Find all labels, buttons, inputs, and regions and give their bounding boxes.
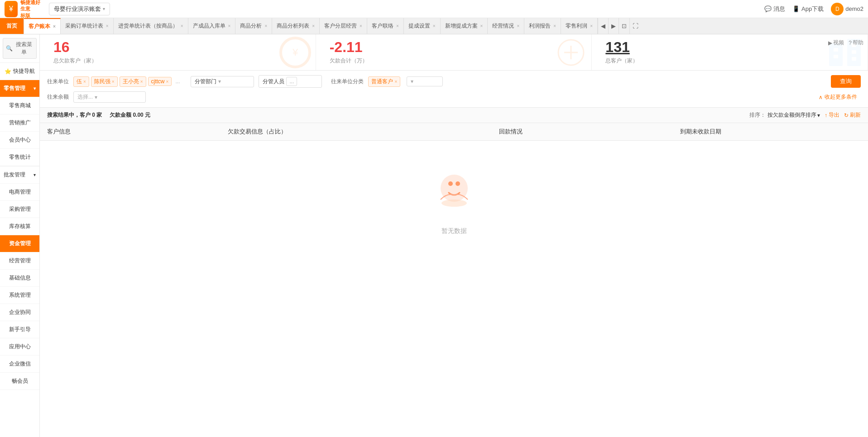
refresh-button[interactable]: ↻ 刷新 (844, 111, 861, 119)
dept-label: 分管部门 (195, 78, 216, 86)
tab-goods-analysis-close[interactable]: × (264, 24, 267, 28)
svg-point-15 (456, 181, 460, 186)
result-debt-unit: 元 (145, 112, 150, 118)
sidebar-item-enterprise-wechat[interactable]: 企业微信 (0, 356, 39, 373)
export-button[interactable]: ↑ 导出 (825, 111, 839, 119)
tab-new-raise-plan[interactable]: 新增提成方案 × (441, 18, 488, 34)
unit-type-chevron: ▾ (411, 78, 413, 85)
tab-retail-profit-close[interactable]: × (590, 24, 593, 28)
tab-purchase-order-label: 采购订单统计表 (65, 22, 103, 30)
tab-purchase-order[interactable]: 采购订单统计表 × (61, 18, 114, 34)
sidebar-item-vip[interactable]: 畅会员 (0, 373, 39, 390)
unit-tags-more[interactable]: ... (173, 77, 182, 86)
sidebar-item-retail-mall[interactable]: 零售商城 (0, 97, 39, 114)
refresh-label: 刷新 (850, 111, 861, 119)
app-download-button[interactable]: 📱 App下载 (792, 5, 824, 13)
balance-chevron: ▾ (95, 94, 97, 100)
result-text: 搜索结果中，客户 (47, 112, 91, 118)
unit-tag-chen-close[interactable]: × (112, 79, 115, 84)
unit-tag-wang: 王小亮 × (120, 76, 146, 87)
phone-icon: 📱 (792, 5, 800, 12)
unit-type-selector[interactable]: ▾ (407, 76, 443, 86)
unit-type-tag-normal-close[interactable]: × (394, 79, 397, 84)
tab-goods-analysis[interactable]: 商品分析 × (235, 18, 272, 34)
sidebar-item-batch-mgmt[interactable]: 批发管理 ▾ (0, 166, 39, 184)
sidebar-item-system[interactable]: 系统管理 (0, 287, 39, 304)
tab-raise-settings-close[interactable]: × (433, 24, 436, 28)
query-button[interactable]: 查询 (831, 75, 861, 88)
tab-profit-report[interactable]: 利润报告 × (524, 18, 561, 34)
sidebar-item-retail-mgmt[interactable]: 零售管理 ▾ (0, 80, 39, 97)
tab-new-raise-plan-label: 新增提成方案 (445, 22, 478, 30)
tab-customer-account[interactable]: 客户账本 × (24, 18, 61, 34)
tab-customer-contact-close[interactable]: × (396, 24, 399, 28)
tab-prev-button[interactable]: ◀ (598, 18, 608, 34)
table-col-debt-info: 欠款交易信息（占比） (228, 128, 499, 136)
unit-type-tags: 普通客户 × (368, 76, 400, 87)
tab-operations-close[interactable]: × (517, 24, 519, 28)
star-icon: ⭐ (5, 68, 11, 75)
tab-customer-segment[interactable]: 客户分层经营 × (320, 18, 367, 34)
table-header: 客户信息 欠款交易信息（占比） 回款情况 到期未收款日期 (40, 123, 868, 141)
sidebar-item-inventory[interactable]: 库存核算 (0, 218, 39, 235)
tab-production-in[interactable]: 产成品入库单 × (188, 18, 236, 34)
tab-raise-settings[interactable]: 提成设置 × (404, 18, 441, 34)
sidebar-item-marketing[interactable]: 营销推广 (0, 114, 39, 132)
workspace-selector[interactable]: 母婴行业演示账套 ▾ (49, 3, 110, 15)
search-menu-button[interactable]: 🔍 搜索菜单 (3, 38, 37, 59)
tab-fullscreen-button[interactable]: ⛶ (629, 18, 641, 34)
svg-point-12 (441, 175, 468, 202)
sidebar-item-basic-info[interactable]: 基础信息 (0, 270, 39, 287)
sidebar-item-newbie[interactable]: 新手引导 (0, 321, 39, 338)
sort-selector[interactable]: 按欠款金额倒序排序 ▾ (767, 111, 820, 119)
unit-tag-wu-close[interactable]: × (83, 79, 86, 84)
unit-tag-cjttcw-close[interactable]: × (166, 79, 169, 84)
sidebar-item-retail-stats[interactable]: 零售统计 (0, 149, 39, 166)
workspace-label: 母婴行业演示账套 (54, 5, 101, 13)
finance-label: 资金管理 (9, 240, 31, 247)
sidebar-item-enterprise[interactable]: 企业协同 (0, 304, 39, 321)
empty-icon (432, 168, 477, 222)
tab-operations[interactable]: 经营情况 × (488, 18, 524, 34)
tab-home[interactable]: 首页 (0, 18, 24, 34)
sidebar-item-ecommerce[interactable]: 电商管理 (0, 184, 39, 201)
ecommerce-label: 电商管理 (9, 188, 31, 196)
help-button[interactable]: ? 帮助 (849, 39, 863, 47)
sidebar-item-quick-nav[interactable]: ⭐ 快捷导航 (0, 63, 39, 80)
tab-goods-stats-label: 进货单统计表（按商品） (118, 22, 178, 30)
tab-goods-stats[interactable]: 进货单统计表（按商品） × (114, 18, 188, 34)
empty-text: 暂无数据 (441, 227, 467, 235)
tab-production-in-close[interactable]: × (228, 24, 231, 28)
stats-item-total: 131 总客户（家） (592, 34, 868, 70)
tab-customer-contact[interactable]: 客户联络 × (367, 18, 404, 34)
user-profile[interactable]: D demo2 (831, 3, 863, 15)
person-more-dots[interactable]: ... (286, 77, 297, 86)
tab-profit-report-close[interactable]: × (553, 24, 556, 28)
dept-selector[interactable]: 分管部门 ▾ (191, 76, 254, 87)
sidebar-item-app-center[interactable]: 应用中心 (0, 338, 39, 356)
tab-goods-analysis-list[interactable]: 商品分析列表 × (272, 18, 320, 34)
tab-goods-analysis-list-label: 商品分析列表 (277, 22, 309, 30)
sidebar-item-member[interactable]: 会员中心 (0, 132, 39, 149)
tab-new-raise-plan-close[interactable]: × (480, 24, 483, 28)
sidebar-item-purchase[interactable]: 采购管理 (0, 201, 39, 218)
stats-value-total: 131 (605, 40, 638, 54)
tab-customer-segment-close[interactable]: × (360, 24, 362, 28)
video-button[interactable]: ▶ 视频 (828, 39, 844, 47)
tab-purchase-order-close[interactable]: × (106, 24, 109, 28)
unit-tag-wang-close[interactable]: × (140, 79, 143, 84)
sidebar-item-finance[interactable]: 资金管理 (0, 235, 39, 252)
tab-retail-profit[interactable]: 零售利润 × (561, 18, 598, 34)
tab-goods-stats-close[interactable]: × (181, 24, 183, 28)
tab-goods-analysis-list-close[interactable]: × (312, 24, 315, 28)
message-button[interactable]: 💬 消息 (764, 5, 785, 13)
tab-expand-button[interactable]: ⊡ (619, 18, 629, 34)
tab-customer-account-close[interactable]: × (53, 24, 56, 29)
stats-value-customers: 16 (53, 40, 97, 54)
tab-next-button[interactable]: ▶ (608, 18, 619, 34)
sidebar-item-operations[interactable]: 经营管理 (0, 252, 39, 270)
unit-filter-label: 往来单位 (47, 78, 69, 86)
balance-selector[interactable]: 选择... ▾ (73, 91, 146, 103)
collapse-button[interactable]: ∧ 收起更多条件 (815, 92, 861, 102)
person-selector[interactable]: 分管人员 ... (259, 75, 322, 88)
